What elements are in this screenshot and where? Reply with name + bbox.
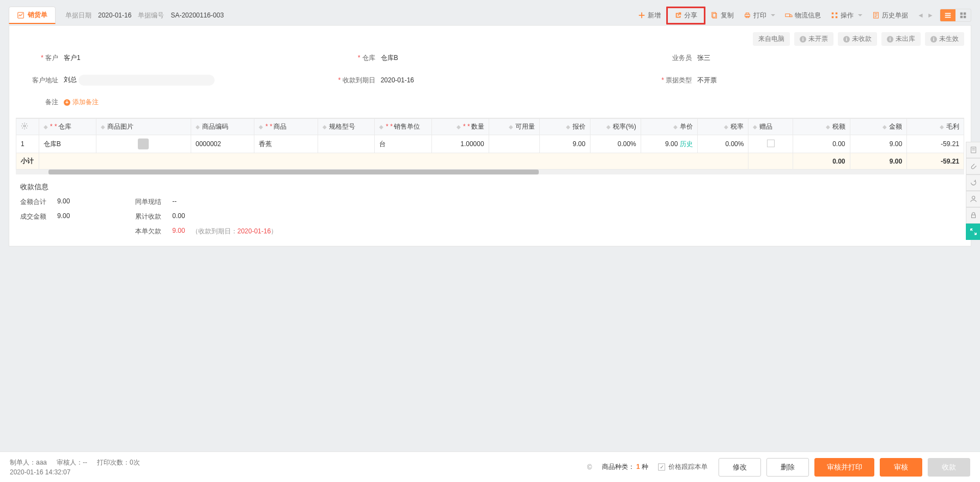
nav-next-icon[interactable]: ► xyxy=(927,11,934,19)
col-spec[interactable]: ◆规格型号 xyxy=(318,119,375,135)
main-card: 来自电脑 i未开票 i未收款 i未出库 i未生效 客户 客户1 仓库 仓库B 业… xyxy=(9,25,971,246)
cell-warehouse[interactable]: 仓库B xyxy=(39,135,96,153)
cell-tax-rate[interactable]: 0.00% xyxy=(590,135,641,153)
top-toolbar: 销货单 单据日期 2020-01-16 单据编号 SA-20200116-003… xyxy=(9,5,971,25)
col-warehouse[interactable]: ◆*仓库 xyxy=(39,119,96,135)
col-product[interactable]: ◆*商品 xyxy=(254,119,318,135)
due-date-value[interactable]: 2020-01-16 xyxy=(381,76,414,84)
chip-no-receive[interactable]: i未收款 xyxy=(838,32,877,46)
col-tax-rate[interactable]: ◆税率(%) xyxy=(590,119,641,135)
bottom-info: 制单人：aaa 审核人：-- 打印次数：0次 2020-01-16 14:32:… xyxy=(10,457,140,477)
image-placeholder-icon xyxy=(138,138,149,149)
side-attach-icon[interactable] xyxy=(966,158,980,174)
copy-button[interactable]: 复制 xyxy=(707,9,738,22)
new-button[interactable]: 新增 xyxy=(634,9,665,22)
cell-quote[interactable]: 9.00 xyxy=(539,135,590,153)
doc-type-tab[interactable]: 销货单 xyxy=(9,7,56,24)
warehouse-value[interactable]: 仓库B xyxy=(381,53,398,63)
table-header-row: ◆*仓库 ◆商品图片 ◆商品编码 ◆*商品 ◆规格型号 ◆*销售单位 ◆*数量 … xyxy=(16,119,964,135)
history-link[interactable]: 历史 xyxy=(680,140,693,148)
field-remark: 备注 + 添加备注 xyxy=(20,98,326,107)
salesman-value[interactable]: 张三 xyxy=(697,53,710,63)
customer-value[interactable]: 客户1 xyxy=(64,53,81,63)
chip-no-invoice[interactable]: i未开票 xyxy=(794,32,833,46)
table-row[interactable]: 1 仓库B 0000002 香蕉 台 1.00000 9.00 0.00% 9.… xyxy=(16,135,964,153)
doc-no-label: 单据编号 xyxy=(138,11,164,20)
share-button[interactable]: 分享 xyxy=(670,9,702,22)
cell-code[interactable]: 0000002 xyxy=(191,135,254,153)
field-address: 客户地址 刘总 xyxy=(20,75,326,86)
status-chips: 来自电脑 i未开票 i未收款 i未出库 i未生效 xyxy=(16,32,964,46)
col-profit[interactable]: ◆毛利 xyxy=(907,119,964,135)
col-gift[interactable]: ◆赠品 xyxy=(748,119,793,135)
svg-rect-7 xyxy=(832,13,834,15)
side-note-icon[interactable] xyxy=(966,142,980,158)
table-horizontal-scrollbar[interactable] xyxy=(16,170,964,174)
view-grid-icon[interactable] xyxy=(955,9,971,21)
audit-button[interactable]: 审核 xyxy=(880,458,922,477)
bottom-timestamp: 2020-01-16 14:32:07 xyxy=(10,467,140,477)
scrollbar-thumb[interactable] xyxy=(48,170,539,174)
info-icon: i xyxy=(887,36,893,43)
chip-source[interactable]: 来自电脑 xyxy=(753,32,790,46)
plus-icon: + xyxy=(64,99,70,106)
cell-tax-amt[interactable]: 0.00 xyxy=(793,135,850,153)
side-refresh-icon[interactable] xyxy=(966,174,980,191)
bottom-buttons: 修改 删除 审核并打印 审核 收款 xyxy=(719,458,970,477)
logistics-button[interactable]: 物流信息 xyxy=(781,9,825,22)
side-user-icon[interactable] xyxy=(966,191,980,207)
nav-prev-icon[interactable]: ◄ xyxy=(917,11,924,19)
col-image[interactable]: ◆商品图片 xyxy=(96,119,191,135)
cell-image[interactable] xyxy=(96,135,191,153)
view-list-icon[interactable] xyxy=(940,9,955,21)
receive-button[interactable]: 收款 xyxy=(928,458,970,477)
side-lock-icon[interactable] xyxy=(966,207,980,224)
row-deal: 成交金额9.00 xyxy=(20,212,70,221)
cell-tax-pct[interactable]: 0.00% xyxy=(698,135,748,153)
col-code[interactable]: ◆商品编码 xyxy=(191,119,254,135)
col-qty[interactable]: ◆*数量 xyxy=(431,119,489,135)
gift-checkbox[interactable] xyxy=(767,140,775,147)
payment-title: 收款信息 xyxy=(20,182,960,192)
bottom-center: © 商品种类： 1 种 价格跟踪本单 xyxy=(587,462,708,472)
delete-button[interactable]: 删除 xyxy=(766,458,809,477)
cell-profit[interactable]: -59.21 xyxy=(907,135,964,153)
col-amount[interactable]: ◆金额 xyxy=(850,119,907,135)
col-tax-amt[interactable]: ◆税额 xyxy=(793,119,850,135)
invoice-type-value[interactable]: 不开票 xyxy=(697,76,717,85)
chip-no-out[interactable]: i未出库 xyxy=(881,32,921,46)
svg-point-18 xyxy=(972,196,975,199)
audit-print-button[interactable]: 审核并打印 xyxy=(814,458,874,477)
col-price[interactable]: ◆单价 xyxy=(641,119,698,135)
cell-amount[interactable]: 9.00 xyxy=(850,135,907,153)
row-owe: 本单欠款 9.00 （收款到期日：2020-01-16） xyxy=(135,227,277,236)
cell-product[interactable]: 香蕉 xyxy=(254,135,318,153)
col-quote[interactable]: ◆报价 xyxy=(539,119,590,135)
cell-spec[interactable] xyxy=(318,135,375,153)
side-expand-icon[interactable] xyxy=(966,224,980,240)
cell-qty[interactable]: 1.00000 xyxy=(431,135,489,153)
field-warehouse: 仓库 仓库B xyxy=(337,53,643,63)
checkbox-icon xyxy=(658,463,665,471)
modify-button[interactable]: 修改 xyxy=(719,458,761,477)
price-track-checkbox[interactable]: 价格跟踪本单 xyxy=(658,462,708,472)
add-remark-button[interactable]: + 添加备注 xyxy=(64,98,99,107)
cell-available[interactable] xyxy=(489,135,539,153)
svg-rect-12 xyxy=(960,13,963,15)
cell-price[interactable]: 9.00历史 xyxy=(641,135,698,153)
col-available[interactable]: ◆可用量 xyxy=(489,119,539,135)
bottom-bar: 制单人：aaa 审核人：-- 打印次数：0次 2020-01-16 14:32:… xyxy=(0,451,980,482)
col-unit[interactable]: ◆*销售单位 xyxy=(375,119,432,135)
history-button[interactable]: 历史单据 xyxy=(868,9,912,22)
doc-date-label: 单据日期 xyxy=(65,11,92,20)
col-settings[interactable] xyxy=(16,119,39,135)
address-value[interactable]: 刘总 xyxy=(64,75,215,86)
chip-no-effect[interactable]: i未生效 xyxy=(925,32,964,46)
print-button[interactable]: 打印 xyxy=(739,9,780,22)
cell-unit[interactable]: 台 xyxy=(375,135,432,153)
operate-button[interactable]: 操作 xyxy=(826,9,867,22)
view-toggle xyxy=(940,9,971,22)
svg-point-16 xyxy=(23,125,26,127)
cell-gift[interactable] xyxy=(748,135,793,153)
col-tax-pct[interactable]: ◆税率 xyxy=(698,119,748,135)
